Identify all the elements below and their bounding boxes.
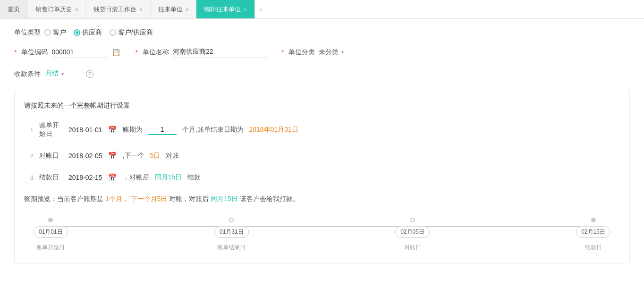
unit-type-group: 单位类型 客户 供应商 客户/供应商: [14, 28, 153, 37]
reconcile-desc-highlight: 5日: [150, 152, 161, 160]
payment-desc-prefix: ，对账后: [123, 173, 149, 182]
setting-row-3: 3 结款日 2018-02-15 📅 ，对账后 同月15日 结款: [24, 173, 620, 182]
timeline-point-3: 02月05日 对账日: [395, 218, 430, 252]
radio-circle-both: [110, 29, 116, 36]
close-tab-1[interactable]: ×: [75, 7, 78, 12]
close-tab-2[interactable]: ×: [139, 7, 142, 12]
unit-name-label: 单位名称: [143, 48, 169, 57]
radio-supplier-label: 供应商: [82, 28, 102, 37]
timeline-badge-4: 02月15日: [576, 226, 610, 238]
unit-classify-group: * 单位分类 未分类 ▾: [281, 48, 375, 57]
start-date-calendar-icon[interactable]: 📅: [108, 126, 117, 134]
payment-date-value: 2018-02-15: [68, 174, 102, 181]
timeline-badge-3: 02月05日: [395, 226, 430, 238]
payment-terms-group: 收款条件 月结 ▾ ?: [14, 68, 93, 80]
radio-both-label: 客户/供应商: [118, 28, 153, 37]
row-num-2: 2: [24, 152, 34, 160]
preview-prefix: 账期预览：当前客户账期是: [24, 195, 103, 203]
period-for-label: 账期为: [123, 126, 143, 134]
row-type-payment: 结款日: [39, 173, 63, 182]
reconcile-desc-prefix: ,下一个: [123, 152, 144, 160]
payment-terms-value: 月结: [45, 69, 59, 78]
unit-code-input[interactable]: [51, 46, 108, 58]
setting-row-1: 1 账单开始日 2018-01-01 📅 账期为 个月,账单结束日期为 2018…: [24, 121, 620, 138]
reconcile-date-value: 2018-02-05: [68, 152, 102, 160]
payment-terms-chevron: ▾: [61, 71, 64, 76]
start-date-value: 2018-01-01: [68, 126, 102, 134]
required-star-name: *: [135, 49, 137, 56]
timeline-badge-1: 01月01日: [34, 226, 68, 238]
chevron-down-icon: ▾: [341, 50, 344, 55]
question-icon[interactable]: ?: [86, 70, 93, 78]
payment-date-calendar-icon[interactable]: 📅: [108, 173, 117, 182]
close-tab-4[interactable]: ×: [244, 7, 246, 12]
setting-row-2: 2 对账日 2018-02-05 📅 ,下一个 5日 对账: [24, 152, 620, 160]
unit-type-label: 单位类型: [14, 28, 41, 37]
required-star-code: *: [14, 49, 17, 56]
timeline-label-3: 对账日: [404, 244, 421, 252]
radio-circle-supplier: [74, 29, 80, 36]
unit-classify-label: 单位分类: [288, 48, 315, 57]
unit-name-input[interactable]: [173, 46, 267, 58]
timeline-dot-2: [229, 218, 234, 222]
preview-payment: 同月15日: [211, 195, 238, 203]
tab-scroll-right[interactable]: ›: [255, 0, 267, 18]
period-end-date: 2018年01月31日: [249, 126, 298, 134]
payment-desc-suffix: 结款: [187, 173, 201, 182]
tab-sales-history[interactable]: 销售订单历史 ×: [28, 0, 86, 18]
unit-code-icon[interactable]: 📋: [112, 48, 121, 57]
timeline-wrapper: 01月01日 账单开始日 01月31日 账单结束日 02月05日 对账日: [24, 218, 620, 252]
unit-name-group: * 单位名称: [135, 46, 267, 58]
timeline-point-2: 01月31日 账单结束日: [214, 218, 249, 252]
timeline-label-4: 结款日: [585, 244, 602, 252]
settings-card: 请按照未来的一个完整帐期进行设置 1 账单开始日 2018-01-01 📅 账期…: [14, 90, 630, 263]
period-unit-label: 个月,账单结束日期为: [182, 126, 244, 134]
required-star-classify: *: [281, 49, 284, 56]
tab-home[interactable]: 首页: [0, 0, 28, 18]
tab-partners[interactable]: 往来单位 ×: [151, 0, 196, 18]
row-num-1: 1: [24, 127, 34, 134]
radio-customer[interactable]: 客户: [44, 28, 66, 37]
unit-code-label: 单位编码: [21, 48, 48, 57]
payment-terms-select[interactable]: 月结 ▾: [44, 68, 82, 80]
payment-terms-row: 收款条件 月结 ▾ ?: [14, 68, 630, 80]
unit-classify-value: 未分类: [319, 48, 339, 57]
timeline-dot-1: [48, 218, 53, 222]
row-type-reconcile: 对账日: [39, 152, 63, 160]
tab-edit-partner[interactable]: 编辑往来单位 ×: [196, 0, 254, 18]
main-content: 单位类型 客户 供应商 客户/供应商 * 单位编码: [0, 19, 644, 287]
tab-cash-workbench[interactable]: 钱货日清工作台 ×: [86, 0, 150, 18]
timeline-label-2: 账单结束日: [217, 244, 246, 252]
preview-mid: 对账，对账后: [169, 195, 209, 203]
unit-type-row: 单位类型 客户 供应商 客户/供应商: [14, 28, 630, 37]
timeline-dots: 01月01日 账单开始日 01月31日 账单结束日 02月05日 对账日: [34, 218, 610, 252]
timeline-point-1: 01月01日 账单开始日: [34, 218, 68, 252]
timeline-dot-3: [410, 218, 415, 222]
unit-info-row: * 单位编码 📋 * 单位名称 * 单位分类 未分类 ▾: [14, 46, 630, 58]
radio-group-unit-type: 客户 供应商 客户/供应商: [44, 28, 153, 37]
timeline-badge-2: 01月31日: [214, 226, 249, 238]
reconcile-desc-suffix: 对账: [166, 152, 179, 160]
payment-desc-highlight: 同月15日: [155, 173, 182, 182]
preview-reconcile-prefix: 下一个月5日: [131, 195, 168, 203]
payment-terms-label: 收款条件: [14, 70, 41, 78]
row-type-start: 账单开始日: [39, 121, 63, 138]
tab-bar: 首页 销售订单历史 × 钱货日清工作台 × 往来单位 × 编辑往来单位 × ›: [0, 0, 644, 19]
timeline-dot-4: [591, 218, 596, 222]
preview-suffix: 该客户会给我打款。: [240, 195, 299, 203]
radio-both[interactable]: 客户/供应商: [110, 28, 153, 37]
close-tab-3[interactable]: ×: [186, 7, 188, 12]
timeline-point-4: 02月15日 结款日: [576, 218, 610, 252]
unit-code-group: * 单位编码 📋: [14, 46, 121, 58]
radio-circle-customer: [44, 29, 51, 36]
preview-month: 1个月，: [105, 195, 129, 203]
period-input[interactable]: [148, 125, 177, 135]
card-instruction: 请按照未来的一个完整帐期进行设置: [24, 101, 620, 110]
row-num-3: 3: [24, 174, 34, 181]
radio-customer-label: 客户: [53, 28, 66, 37]
unit-classify-select[interactable]: 未分类 ▾: [319, 48, 375, 57]
preview-text: 账期预览：当前客户账期是 1个月， 下一个月5日 对账，对账后 同月15日 该客…: [24, 195, 620, 203]
timeline-label-1: 账单开始日: [36, 244, 65, 252]
radio-supplier[interactable]: 供应商: [74, 28, 102, 37]
reconcile-date-calendar-icon[interactable]: 📅: [108, 152, 117, 160]
